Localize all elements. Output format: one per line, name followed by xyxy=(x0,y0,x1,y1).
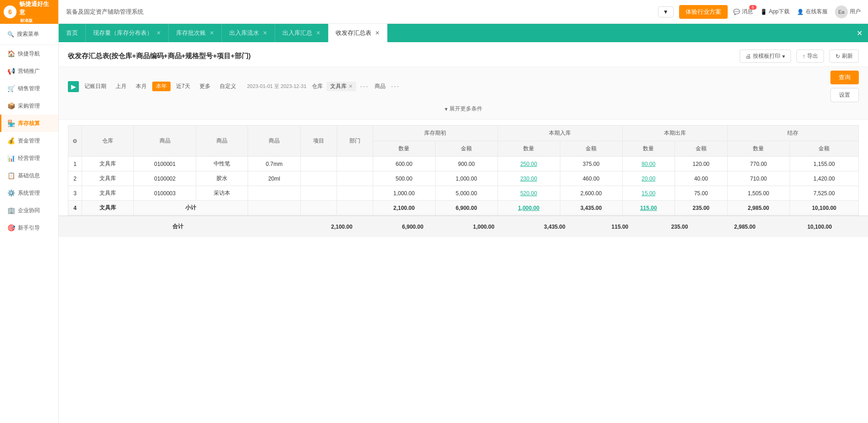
tab-receive-send-summary[interactable]: 收发存汇总表 ✕ xyxy=(328,24,387,42)
subtotal-opening-qty: 2,100.00 xyxy=(373,201,435,215)
row-no: 2 xyxy=(68,171,82,186)
sidebar-logo: 6 畅捷通好生意 标准版 xyxy=(0,0,58,24)
date-btn-more[interactable]: 更多 xyxy=(196,82,214,91)
sidebar-item-system[interactable]: ⚙️ 系统管理 xyxy=(0,184,58,202)
row-out-qty[interactable]: 20.00 xyxy=(622,171,675,186)
date-label: 记账日期 xyxy=(84,82,106,90)
sidebar-item-purchase[interactable]: 📦 采购管理 xyxy=(0,97,58,115)
date-btn-7days[interactable]: 近7天 xyxy=(172,82,194,91)
system-selector[interactable]: ▼ xyxy=(658,6,674,17)
date-btn-last-month[interactable]: 上月 xyxy=(112,82,130,91)
user-menu[interactable]: Ea 用户 xyxy=(835,5,861,18)
row-in-qty[interactable]: 520.00 xyxy=(498,186,560,201)
enterprise-icon: 🏢 xyxy=(7,206,15,214)
row-out-qty[interactable]: 15.00 xyxy=(622,186,675,201)
sidebar: 6 畅捷通好生意 标准版 🔍 搜索菜单 🏠 快捷导航 📢 营销推广 🛒 销售管理… xyxy=(0,0,59,423)
operations-icon: 📊 xyxy=(7,154,15,162)
row-out-amt: 120.00 xyxy=(675,157,728,171)
guide-icon: 🎯 xyxy=(7,224,15,232)
th-goods-spec: 商品 xyxy=(248,126,301,157)
tab-close-inout-flow[interactable]: ✕ xyxy=(263,30,267,36)
th-opening-amt: 金额 xyxy=(435,141,498,157)
row-warehouse: 文具库 xyxy=(82,171,134,186)
page-actions: 🖨 按模板打印 ▾ ↑ 导出 ↻ 刷新 xyxy=(740,49,859,63)
sidebar-item-enterprise[interactable]: 🏢 企业协同 xyxy=(0,202,58,219)
row-closing-qty: 710.00 xyxy=(727,171,790,186)
tab-batch[interactable]: 库存批次账 ✕ xyxy=(169,24,222,42)
subtotal-in-qty[interactable]: 1,000.00 xyxy=(498,201,560,215)
app-download-btn[interactable]: 📱 App下载 xyxy=(760,8,790,16)
main-area: 装备及固定资产辅助管理系统 ▼ 体验行业方案 💬 消息 6 📱 App下载 👤 … xyxy=(59,0,868,423)
expand-more-btn[interactable]: ▾ 展开更多条件 xyxy=(445,105,482,113)
row-goods-code: 0100002 xyxy=(134,171,196,186)
sidebar-item-quick-nav[interactable]: 🏠 快捷导航 xyxy=(0,45,58,62)
sidebar-item-finance[interactable]: 💰 资金管理 xyxy=(0,132,58,149)
date-btn-this-month[interactable]: 本月 xyxy=(132,82,150,91)
logo-title: 畅捷通好生意 xyxy=(19,0,55,16)
data-table: ⚙ 仓库 商品 商品 商品 项目 部门 库存期初 本期入库 本期出库 结存 数量 xyxy=(68,125,859,215)
th-settings[interactable]: ⚙ xyxy=(68,126,82,157)
row-opening-qty: 500.00 xyxy=(373,171,435,186)
query-btn[interactable]: 查询 xyxy=(830,71,859,84)
sidebar-item-inventory[interactable]: 🏪 库存核算 xyxy=(0,115,58,132)
table-row: 3 文具库 0100003 采访本 1,000.00 5,000.00 520.… xyxy=(68,186,859,201)
sidebar-item-marketing[interactable]: 📢 营销推广 xyxy=(0,62,58,80)
tab-inventory-dist[interactable]: 现存量（库存分布表） ✕ xyxy=(86,24,169,42)
date-btn-this-year[interactable]: 本年 xyxy=(152,82,171,91)
service-icon: 👤 xyxy=(797,9,804,15)
subtotal-row: 4 文具库 小计 2,100.00 6,900.00 1,000.00 3,43… xyxy=(68,201,859,215)
tab-bar-close[interactable]: ✕ xyxy=(851,29,868,38)
row-out-qty[interactable]: 80.00 xyxy=(622,157,675,171)
goods-more-dots[interactable]: ··· xyxy=(391,82,400,91)
footer-in-qty: 1,000.00 xyxy=(448,220,519,233)
row-goods-code: 0100003 xyxy=(134,186,196,201)
export-btn[interactable]: ↑ 导出 xyxy=(796,49,824,63)
tab-inout-flow[interactable]: 出入库流水 ✕ xyxy=(222,24,275,42)
print-icon: 🖨 xyxy=(746,53,751,60)
row-warehouse: 文具库 xyxy=(82,186,134,201)
tab-close-inout-summary[interactable]: ✕ xyxy=(316,30,321,36)
tab-close-batch[interactable]: ✕ xyxy=(210,30,214,36)
warehouse-more-dots[interactable]: ··· xyxy=(360,82,369,91)
settings-btn[interactable]: 设置 xyxy=(830,88,859,102)
page-content: 收发存汇总表(按仓库+商品编码+商品+规格型号+项目+部门) 🖨 按模板打印 ▾… xyxy=(59,42,868,423)
sidebar-item-search[interactable]: 🔍 搜索菜单 xyxy=(4,27,55,41)
subtotal-out-qty[interactable]: 115.00 xyxy=(622,201,675,215)
experience-btn[interactable]: 体验行业方案 xyxy=(679,5,728,19)
tab-close-inventory-dist[interactable]: ✕ xyxy=(156,30,161,36)
th-out-qty: 数量 xyxy=(622,141,675,157)
refresh-btn[interactable]: ↻ 刷新 xyxy=(829,49,859,63)
chevron-down-icon: ▾ xyxy=(445,106,448,112)
th-in-qty: 数量 xyxy=(498,141,560,157)
th-opening-qty: 数量 xyxy=(373,141,435,157)
finance-icon: 💰 xyxy=(7,137,15,145)
sidebar-item-sales[interactable]: 🛒 销售管理 xyxy=(0,80,58,97)
row-in-qty[interactable]: 250.00 xyxy=(498,157,560,171)
footer-closing-qty: 2,985.00 xyxy=(709,220,780,233)
system-icon: ⚙️ xyxy=(7,189,15,197)
tab-inout-summary[interactable]: 出入库汇总 ✕ xyxy=(275,24,328,42)
tab-home[interactable]: 首页 xyxy=(59,24,86,42)
row-closing-qty: 1,505.00 xyxy=(727,186,790,201)
sidebar-item-new-guide[interactable]: 🎯 新手引导 xyxy=(0,219,58,236)
row-department xyxy=(337,171,373,186)
row-opening-amt: 5,000.00 xyxy=(435,186,498,201)
filter-date-btns: 上月 本月 本年 近7天 更多 自定义 xyxy=(112,82,240,91)
warehouse-tag-remove[interactable]: ✕ xyxy=(348,83,353,89)
filter-expand-btn[interactable]: ▶ xyxy=(68,81,79,92)
sales-icon: 🛒 xyxy=(7,84,15,93)
print-btn[interactable]: 🖨 按模板打印 ▾ xyxy=(740,49,791,63)
row-in-qty[interactable]: 230.00 xyxy=(498,171,560,186)
sidebar-item-base-info[interactable]: 📋 基础信息 xyxy=(0,167,58,184)
tab-close-receive-send-summary[interactable]: ✕ xyxy=(375,30,380,36)
chevron-down-icon: ▾ xyxy=(782,53,785,60)
message-btn[interactable]: 💬 消息 6 xyxy=(733,8,753,16)
online-service-btn[interactable]: 👤 在线客服 xyxy=(797,8,828,16)
sidebar-item-operations[interactable]: 📊 经营管理 xyxy=(0,149,58,167)
date-btn-custom[interactable]: 自定义 xyxy=(216,82,240,91)
row-no: 1 xyxy=(68,157,82,171)
row-closing-amt: 1,155.00 xyxy=(790,157,858,171)
table-area: ⚙ 仓库 商品 商品 商品 项目 部门 库存期初 本期入库 本期出库 结存 数量 xyxy=(59,125,868,215)
th-group-opening: 库存期初 xyxy=(373,126,498,141)
footer-label: 合计 xyxy=(160,220,196,233)
